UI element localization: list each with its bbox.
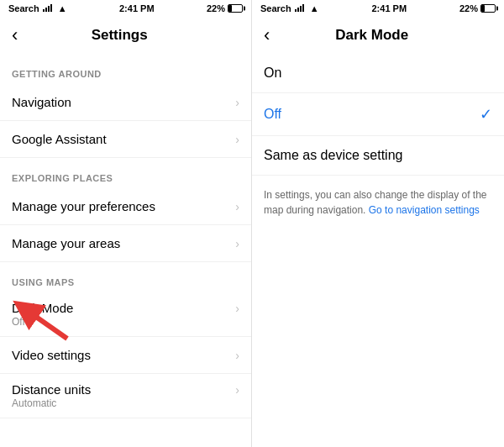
left-status-bar: Search ▲ 2:41 PM 22%: [0, 0, 251, 17]
chevron-google-assistant-icon: ›: [235, 133, 239, 146]
left-search-label: Search: [8, 3, 39, 13]
chevron-distance-units-icon: ›: [235, 383, 239, 397]
option-on-label: On: [264, 66, 281, 81]
left-battery-icon: [228, 4, 243, 13]
menu-item-manage-preferences[interactable]: Manage your preferences ›: [0, 188, 251, 225]
svg-rect-0: [43, 9, 45, 12]
option-off-label: Off: [264, 107, 281, 122]
section-header-using-maps: USING MAPS: [0, 262, 251, 292]
left-signal-icon: [43, 3, 55, 13]
menu-item-dark-mode-sub: Off: [12, 316, 239, 328]
chevron-manage-areas-icon: ›: [235, 237, 239, 250]
left-nav-title: Settings: [18, 27, 221, 44]
right-wifi-icon: ▲: [310, 3, 319, 13]
menu-item-dark-mode[interactable]: Dark Mode › Off: [0, 292, 251, 337]
option-device-setting[interactable]: Same as device setting: [252, 136, 504, 176]
left-battery-pct: 22%: [207, 3, 225, 13]
left-time: 2:41 PM: [119, 3, 155, 13]
right-status-left: Search ▲: [260, 3, 319, 13]
left-nav-bar: ‹ Settings: [0, 17, 251, 54]
menu-item-video-settings-label: Video settings: [12, 348, 91, 362]
svg-rect-7: [297, 8, 299, 12]
left-status-left: Search ▲: [8, 3, 67, 13]
right-search-label: Search: [260, 3, 291, 13]
right-signal-icon: [295, 3, 307, 13]
right-back-button[interactable]: ‹: [264, 26, 270, 45]
svg-rect-8: [300, 6, 302, 12]
chevron-navigation-icon: ›: [235, 96, 239, 109]
menu-item-manage-areas[interactable]: Manage your areas ›: [0, 225, 251, 262]
menu-item-distance-units-label: Distance units: [12, 382, 91, 397]
chevron-dark-mode-icon: ›: [235, 302, 239, 315]
option-device-setting-label: Same as device setting: [264, 148, 402, 163]
menu-item-dark-mode-label: Dark Mode: [12, 301, 73, 315]
left-wifi-icon: ▲: [58, 3, 67, 13]
left-panel: Search ▲ 2:41 PM 22% ‹ Settings GETTIN: [0, 0, 252, 447]
chevron-video-settings-icon: ›: [235, 349, 239, 362]
menu-item-distance-units[interactable]: Distance units › Automatic: [0, 374, 251, 418]
section-header-getting-around: GETTING AROUND: [0, 54, 251, 84]
right-battery-icon: [480, 4, 496, 13]
left-status-right: 22%: [207, 3, 243, 13]
section-header-exploring-places: EXPLORING PLACES: [0, 158, 251, 188]
menu-item-google-assistant[interactable]: Google Assistant ›: [0, 121, 251, 158]
right-time: 2:41 PM: [371, 3, 407, 13]
option-off[interactable]: Off ✓: [252, 93, 504, 136]
right-status-right: 22%: [459, 3, 496, 13]
svg-rect-1: [45, 8, 47, 12]
right-panel: Search ▲ 2:41 PM 22% ‹ Dark Mode: [252, 0, 504, 447]
chevron-manage-preferences-icon: ›: [235, 200, 239, 213]
right-battery-pct: 22%: [459, 3, 478, 13]
svg-rect-3: [50, 4, 52, 12]
right-nav-bar: ‹ Dark Mode: [252, 17, 504, 54]
option-on[interactable]: On: [252, 54, 504, 93]
right-nav-title: Dark Mode: [270, 27, 474, 44]
svg-rect-2: [48, 6, 50, 12]
navigation-settings-link[interactable]: Go to navigation settings: [369, 204, 480, 216]
checkmark-icon: ✓: [480, 105, 492, 124]
menu-item-google-assistant-label: Google Assistant: [12, 132, 107, 146]
menu-item-manage-areas-label: Manage your areas: [12, 236, 120, 250]
right-status-bar: Search ▲ 2:41 PM 22%: [252, 0, 504, 17]
menu-item-distance-units-sub: Automatic: [12, 397, 239, 409]
svg-rect-9: [302, 4, 304, 12]
dark-mode-description: In settings, you can also change the dis…: [252, 176, 504, 229]
left-back-button[interactable]: ‹: [12, 26, 18, 45]
menu-item-video-settings[interactable]: Video settings ›: [0, 337, 251, 374]
menu-item-navigation-label: Navigation: [12, 95, 71, 109]
menu-item-navigation[interactable]: Navigation ›: [0, 84, 251, 121]
svg-rect-6: [295, 9, 297, 12]
menu-item-manage-preferences-label: Manage your preferences: [12, 199, 155, 213]
